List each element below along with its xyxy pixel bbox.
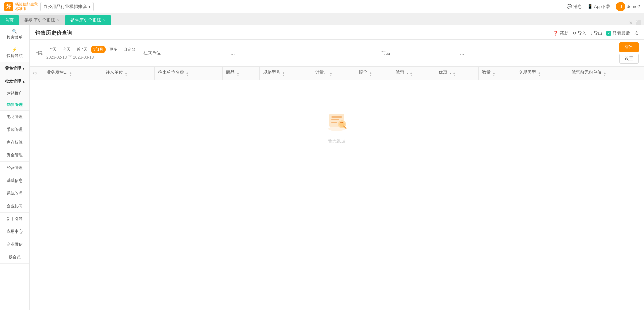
app-download-btn[interactable]: 📱 App下载 bbox=[587, 4, 610, 10]
sort-arrows-trade-type: ▲▼ bbox=[538, 72, 541, 77]
avatar: d bbox=[616, 2, 625, 11]
chevron-down-icon: ▾ bbox=[23, 67, 24, 70]
filter-actions: 查询 设置 bbox=[619, 42, 639, 64]
page-header: 销售历史价查询 ❓ 帮助 ↻ 导入 ↓ 导出 ✓ 只看最后一次 bbox=[30, 25, 644, 40]
sidebar: 🔍 搜索菜单 ⚡ 快捷导航 零售管理 ▾ 批发管理 ▴ 营销推广 销售管理 电商… bbox=[0, 25, 30, 310]
table-header-row: ⚙ 业务发生... ▲▼ 往来单位 ▲▼ 往来单位名称 ▲▼ bbox=[30, 67, 644, 80]
tab-close-purchase[interactable]: ✕ bbox=[57, 18, 60, 22]
tabbar: 首页 采购历史价跟踪 ✕ 销售历史价跟踪 ✕ ✕ ⬜ bbox=[0, 13, 644, 25]
sort-arrows-pretax-price: ▲▼ bbox=[604, 72, 606, 77]
sort-arrows-discount2: ▲▼ bbox=[453, 72, 455, 77]
filter-bar: 日期 昨天 今天 近7天 近1月 更多 自定义 2023-02-18 至 202… bbox=[30, 40, 644, 67]
th-partner-code[interactable]: 往来单位 ▲▼ bbox=[102, 67, 154, 80]
date-btn-custom[interactable]: 自定义 bbox=[121, 46, 138, 53]
sidebar-item-corp-collab[interactable]: 企业协同 bbox=[0, 200, 29, 213]
th-gear: ⚙ bbox=[30, 67, 43, 80]
sort-arrows-quote: ▲▼ bbox=[369, 72, 372, 77]
sidebar-item-search-menu[interactable]: 🔍 搜索菜单 bbox=[0, 25, 29, 44]
sidebar-item-sys-mgmt[interactable]: 系统管理 bbox=[0, 187, 29, 200]
logo-area: 好 畅捷信好生意 标准版 bbox=[4, 2, 38, 11]
date-filter-group: 日期 昨天 今天 近7天 近1月 更多 自定义 2023-02-18 至 202… bbox=[35, 46, 138, 60]
sidebar-item-wholesale-mgmt[interactable]: 批发管理 ▴ bbox=[0, 75, 29, 88]
th-trade-type[interactable]: 交易类型 ▲▼ bbox=[515, 67, 568, 80]
maximize-window-icon[interactable]: ⬜ bbox=[636, 20, 641, 25]
table-area: ⚙ 业务发生... ▲▼ 往来单位 ▲▼ 往来单位名称 ▲▼ bbox=[30, 67, 644, 310]
export-btn[interactable]: ↓ 导出 bbox=[590, 30, 603, 36]
help-btn[interactable]: ❓ 帮助 bbox=[553, 30, 569, 36]
date-btn-today[interactable]: 今天 bbox=[60, 46, 73, 53]
sidebar-item-purchase-mgmt[interactable]: 采购管理 bbox=[0, 123, 29, 136]
settings-button[interactable]: 设置 bbox=[619, 54, 639, 64]
date-range-display: 2023-02-18 至 2023-03-18 bbox=[46, 55, 138, 60]
partner-filter-group: 往来单位 ... bbox=[143, 50, 376, 56]
svg-rect-3 bbox=[331, 119, 339, 120]
query-button[interactable]: 查询 bbox=[619, 42, 639, 52]
partner-select-btn[interactable]: ... bbox=[230, 50, 235, 56]
page-title: 销售历史价查询 bbox=[35, 30, 72, 37]
sidebar-item-app-center[interactable]: 应用中心 bbox=[0, 225, 29, 238]
sidebar-item-vip-member[interactable]: 畅会员 bbox=[0, 251, 29, 264]
chevron-down-icon: ▾ bbox=[88, 4, 91, 9]
msg-btn[interactable]: 💬 消息 bbox=[567, 4, 582, 10]
sidebar-item-marketing[interactable]: 营销推广 bbox=[0, 88, 29, 99]
msg-icon: 💬 bbox=[567, 4, 572, 9]
sort-arrows-discount1: ▲▼ bbox=[410, 72, 412, 77]
sidebar-item-inventory[interactable]: 库存核算 bbox=[0, 136, 29, 149]
sidebar-item-basic-info[interactable]: 基础信息 bbox=[0, 174, 29, 187]
svg-rect-4 bbox=[331, 122, 337, 123]
sidebar-item-finance-mgmt[interactable]: 资金管理 bbox=[0, 149, 29, 162]
th-product[interactable]: 商品 ▲▼ bbox=[223, 67, 259, 80]
th-quote[interactable]: 报价 ▲▼ bbox=[355, 67, 392, 80]
app-selector[interactable]: 办公用品行业模拟账套 ▾ bbox=[40, 2, 94, 11]
th-qty[interactable]: 数量 ▲▼ bbox=[479, 67, 515, 80]
empty-text: 暂无数据 bbox=[328, 138, 345, 144]
topbar-right: 💬 消息 📱 App下载 d demo2 bbox=[567, 2, 640, 11]
th-discount1[interactable]: 优惠... ▲▼ bbox=[392, 67, 435, 80]
svg-rect-2 bbox=[331, 116, 342, 118]
empty-icon bbox=[323, 107, 350, 134]
logo-icon: 好 bbox=[4, 2, 13, 11]
tab-home[interactable]: 首页 bbox=[0, 15, 19, 25]
th-biz-date[interactable]: 业务发生... ▲▼ bbox=[43, 67, 102, 80]
sidebar-item-ecom-mgmt[interactable]: 电商管理 bbox=[0, 111, 29, 123]
th-partner-name[interactable]: 往来单位名称 ▲▼ bbox=[155, 67, 223, 80]
th-discount2[interactable]: 优惠... ▲▼ bbox=[435, 67, 478, 80]
th-spec[interactable]: 规格型号 ▲▼ bbox=[259, 67, 312, 80]
sidebar-item-corp-wechat[interactable]: 企业微信 bbox=[0, 238, 29, 251]
date-btn-7days[interactable]: 近7天 bbox=[74, 46, 90, 53]
topbar-left: 好 畅捷信好生意 标准版 办公用品行业模拟账套 ▾ bbox=[4, 2, 94, 11]
product-filter-group: 商品 ... bbox=[381, 50, 614, 56]
sidebar-item-quick-nav[interactable]: ⚡ 快捷导航 bbox=[0, 44, 29, 62]
tab-purchase-history[interactable]: 采购历史价跟踪 ✕ bbox=[19, 15, 65, 25]
empty-state: 暂无数据 bbox=[30, 80, 644, 171]
main-layout: 🔍 搜索菜单 ⚡ 快捷导航 零售管理 ▾ 批发管理 ▴ 营销推广 销售管理 电商… bbox=[0, 25, 644, 310]
import-btn[interactable]: ↻ 导入 bbox=[573, 30, 586, 36]
user-menu[interactable]: d demo2 bbox=[616, 2, 640, 11]
logo-text: 畅捷信好生意 标准版 bbox=[15, 2, 38, 11]
sidebar-item-retail-mgmt[interactable]: 零售管理 ▾ bbox=[0, 62, 29, 75]
tab-sales-history[interactable]: 销售历史价跟踪 ✕ bbox=[65, 15, 111, 25]
sort-arrows-partner-code: ▲▼ bbox=[125, 72, 127, 77]
export-icon: ↓ bbox=[590, 31, 593, 36]
sidebar-item-newbie-guide[interactable]: 新手引导 bbox=[0, 213, 29, 225]
gear-icon[interactable]: ⚙ bbox=[33, 71, 37, 76]
sidebar-item-sales-mgmt[interactable]: 销售管理 bbox=[0, 99, 29, 111]
tab-close-sales[interactable]: ✕ bbox=[103, 18, 106, 22]
sidebar-item-ops-mgmt[interactable]: 经营管理 bbox=[0, 162, 29, 174]
date-btn-yesterday[interactable]: 昨天 bbox=[46, 46, 59, 53]
product-select-btn[interactable]: ... bbox=[460, 50, 464, 56]
window-buttons: ✕ ⬜ bbox=[629, 20, 644, 25]
sort-arrows-qty: ▲▼ bbox=[493, 72, 495, 77]
only-last-toggle[interactable]: ✓ 只看最后一次 bbox=[606, 30, 639, 36]
th-unit[interactable]: 计量... ▲▼ bbox=[312, 67, 355, 80]
date-btn-1month[interactable]: 近1月 bbox=[91, 46, 106, 53]
product-input[interactable] bbox=[391, 50, 459, 56]
content-area: 销售历史价查询 ❓ 帮助 ↻ 导入 ↓ 导出 ✓ 只看最后一次 bbox=[30, 25, 644, 310]
date-btn-more[interactable]: 更多 bbox=[107, 46, 120, 53]
th-pretax-price[interactable]: 优惠前无税单价 ▲▼ bbox=[568, 67, 644, 80]
close-window-icon[interactable]: ✕ bbox=[629, 20, 633, 25]
sort-arrows-product: ▲▼ bbox=[237, 72, 239, 77]
sort-arrows-biz-date: ▲▼ bbox=[69, 72, 72, 77]
partner-input[interactable] bbox=[162, 50, 229, 56]
sort-arrows-spec: ▲▼ bbox=[282, 72, 285, 77]
